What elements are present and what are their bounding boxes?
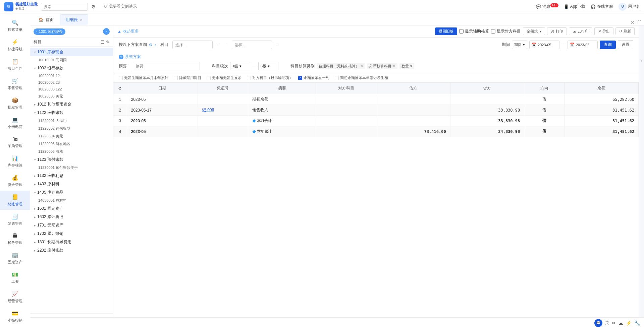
calc-tag-1[interactable]: 普通科目（无特殊核算） ✕ [317,63,365,69]
online-service-btn[interactable]: 🎧 在线客服 [591,4,613,9]
sidebar-item-search[interactable]: 🔍 搜索菜单 [0,16,30,36]
system-scheme-btn[interactable]: ↺ 系统方案 [119,53,633,60]
tree-node-10020003[interactable]: 10020003 122 [30,86,113,92]
tab-home[interactable]: 🏠 首页 [33,14,59,25]
tree-node-2202[interactable]: ▸ 2202 应付账款 [30,246,113,255]
cb-hide-disabled-box[interactable] [174,76,178,80]
period-to-input[interactable]: 📅 2023-05 [568,41,598,49]
cb-initial-balance-box[interactable] [335,76,339,80]
cloud-bottom-icon[interactable]: ☁ [619,320,623,326]
user-btn[interactable]: U 用户名 [619,3,640,11]
chat-btn[interactable]: 💬 [594,319,602,327]
edit-bottom-icon[interactable]: ✏ [612,320,616,326]
wrench-bottom-icon[interactable]: 🔧 [634,320,640,326]
expand-btn[interactable]: ⛶ [637,20,641,25]
calc-tag-2-close[interactable]: ✕ [393,64,395,68]
cb-no-balance-box[interactable] [119,76,123,80]
subject-input-2[interactable] [232,41,272,49]
level-from-select[interactable]: 1级 ▾ [230,62,250,70]
period-from-input[interactable]: 📅 2023-05 [529,41,559,49]
tree-node-1601[interactable]: ▸ 1601 固定资产 [30,204,113,213]
tree-node-10020006[interactable]: 10020006 美元 [30,92,113,100]
topbar-search-input[interactable] [41,3,88,11]
sidebar-item-ecom[interactable]: 💻 小畅电商 [0,113,30,133]
tab-detail[interactable]: 明细账 ✕ [60,14,88,25]
cb-opposite-box[interactable] [247,76,251,80]
refresh-btn[interactable]: ↺ 刷新 [615,27,635,35]
flash-bottom-icon[interactable]: ⚡ [626,320,632,326]
toggle-more-btn[interactable]: ▲ 收起更多 [117,28,139,34]
sidebar-item-purchase[interactable]: 🛍 采购管理 [0,133,30,152]
filter-collapse-icon[interactable]: ‹ [155,42,156,48]
tree-node-10020001[interactable]: 10020001 12 [30,72,113,79]
sidebar-item-inventory[interactable]: 📊 库存核算 [0,152,30,171]
tree-node-1701[interactable]: ▸ 1701 无形资产 [30,221,113,229]
tree-navigate-btn[interactable]: › [103,28,110,35]
cb-balance-in-one-box[interactable]: ✓ [298,76,302,80]
level-to-select[interactable]: 6级 ▾ [258,62,278,70]
tree-node-10010001[interactable]: 10010001 同同同 [30,56,113,64]
subject-more-dots[interactable]: ··· [217,43,220,47]
sidebar-item-operations[interactable]: 📈 经营管理 [0,287,30,307]
calc-tag-1-close[interactable]: ✕ [361,64,363,68]
back-old-btn[interactable]: 退回旧版 [435,27,457,35]
tree-node-1602[interactable]: ▸ 1602 累计折旧 [30,213,113,221]
tree-node-1122[interactable]: ▾ 1122 应收账款 [30,109,113,117]
period-type-select[interactable]: 期间 ▾ [512,41,527,49]
tree-node-1132[interactable]: ▸ 1132 应收利息 [30,172,113,180]
cb-hide-disabled[interactable]: 隐藏禁用科目 [174,75,201,80]
search-btn[interactable]: 查询 [600,41,616,49]
settings-icon[interactable]: ⚙ [90,4,97,9]
show-opposite-checkbox[interactable] [491,29,495,34]
tree-node-1801[interactable]: ▸ 1801 长期待摊费用 [30,238,113,246]
sidebar-item-project[interactable]: 📋 项目合同 [0,55,30,74]
amount-style-btn[interactable]: 金额式 [523,27,545,35]
cb-opposite-subject[interactable]: 对方科目（显示辅助项） [247,75,293,80]
calc-tag-2[interactable]: 外币核算科目 ✕ [367,63,397,69]
subject-input[interactable] [172,41,213,49]
print-btn[interactable]: 🖨 打印 [547,27,567,35]
tree-node-11220001[interactable]: 11220001 人民币 [30,117,113,125]
sidebar-item-sales[interactable]: 💳 小畅报销 [0,307,30,326]
sidebar-item-retail[interactable]: 🛒 零售管理 [0,74,30,94]
sidebar-item-basic[interactable]: ℹ 基础信息 [0,326,30,328]
sidebar-item-wholesale[interactable]: 📦 批发管理 [0,94,30,113]
voucher-link[interactable]: 记-006 [202,108,214,112]
cb-no-balance-show-box[interactable] [207,76,211,80]
cb-initial-balance[interactable]: 期初余额显示本年累计发生额 [335,75,388,80]
tree-node-11220004[interactable]: 11220004 美元 [30,132,113,140]
tree-node-1012[interactable]: ▸ 1012 其他货币资金 [30,100,113,109]
sidebar-item-quick[interactable]: ⚡ 快捷导航 [0,36,30,55]
app-download-btn[interactable]: 📱 App下载 [564,4,585,9]
show-assist-checkbox[interactable] [459,29,464,34]
sidebar-item-fixed-assets[interactable]: 🏢 固定资产 [0,249,30,268]
list-icon[interactable]: ☰ [101,40,105,45]
subject-more-dots-2[interactable]: ··· [276,43,279,47]
close-btn[interactable]: ✕ [631,20,635,25]
cloud-print-btn[interactable]: ☁ 云打印 [569,27,592,35]
message-btn[interactable]: 💬 消息 99+ [536,4,558,9]
tree-node-1001[interactable]: ▾ 1001 库存现金 [30,48,113,56]
lang-btn[interactable]: 英 [605,320,609,326]
calc-tag-3[interactable]: 数量 ▾ [399,63,414,69]
tree-node-11220005[interactable]: 11220005 所在地区 [30,140,113,148]
cb-balance-in-one[interactable]: ✓ 余额显示在一列 [298,75,329,80]
tree-scrollbar[interactable] [30,313,113,317]
selected-subject-tag[interactable]: ‹ 1001 库存现金 [34,28,65,35]
cb-no-balance[interactable]: 无发生额显示本月本年累计 [119,75,168,80]
tree-node-14050001[interactable]: 14050001 原材料 [30,197,113,204]
sidebar-item-accounting[interactable]: 📒 总账管理 [0,191,30,210]
filter-config-icon[interactable]: ⚙ [149,43,153,47]
export-btn[interactable]: ↗ 导出 [594,27,613,35]
tree-node-1123[interactable]: ▾ 1123 预付账款 [30,155,113,164]
sidebar-item-capital[interactable]: 💰 资金管理 [0,171,30,191]
sidebar-item-tax[interactable]: 🏛 税务管理 [0,229,30,249]
sidebar-item-invoice[interactable]: 🧾 发票管理 [0,210,30,229]
tree-node-1702[interactable]: ▸ 1702 累计摊销 [30,229,113,238]
tree-node-11220006[interactable]: 11220006 游戏 [30,148,113,155]
setting-btn[interactable]: 设置 [618,40,633,49]
tree-node-11230001[interactable]: 11230001 预付账款美于 [30,164,113,172]
edit-icon[interactable]: ✎ [106,40,110,45]
summary-input[interactable] [133,62,200,70]
tab-close-icon[interactable]: ✕ [80,18,83,22]
